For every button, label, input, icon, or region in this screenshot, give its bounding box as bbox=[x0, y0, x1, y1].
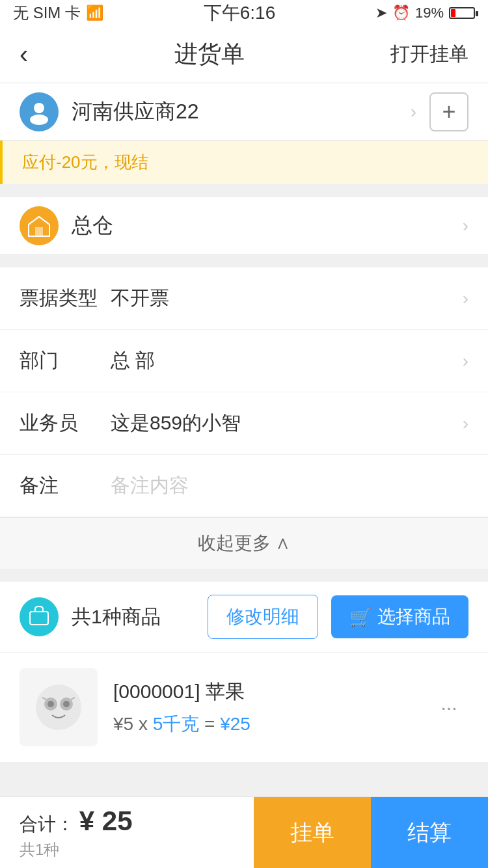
add-button[interactable]: + bbox=[429, 92, 468, 131]
equals: = bbox=[204, 714, 220, 734]
total-count: 共1种 bbox=[20, 839, 234, 860]
status-bar: 无 SIM 卡 📶 下午6:16 ➤ ⏰ 19% bbox=[0, 0, 488, 26]
invoice-row[interactable]: 票据类型 不开票 › bbox=[0, 267, 488, 330]
sales-row[interactable]: 业务员 这是859的小智 › bbox=[0, 392, 488, 455]
total-price: ¥25 bbox=[220, 714, 251, 734]
checkout-button[interactable]: 结算 bbox=[371, 797, 488, 869]
product-item: [0000001] 苹果 ¥5 x 5千克 = ¥25 ··· bbox=[0, 653, 488, 763]
supplier-section: 河南供应商22 › + 应付-20元，现结 bbox=[0, 83, 488, 184]
svg-point-8 bbox=[63, 701, 70, 707]
warehouse-name: 总仓 bbox=[72, 211, 463, 240]
battery-percent: 19% bbox=[415, 5, 444, 21]
remark-input[interactable]: 备注内容 bbox=[111, 472, 468, 499]
product-count: 共1种商品 bbox=[72, 604, 208, 631]
quantity: 5千克 bbox=[153, 714, 200, 734]
invoice-value: 不开票 bbox=[111, 285, 463, 312]
svg-point-7 bbox=[47, 701, 54, 707]
open-pending-button[interactable]: 打开挂单 bbox=[390, 41, 468, 68]
supplier-row[interactable]: 河南供应商22 › + bbox=[0, 83, 488, 141]
wifi-icon: 📶 bbox=[86, 5, 103, 21]
notice-text: 应付-20元，现结 bbox=[22, 152, 148, 172]
time-label: 下午6:16 bbox=[204, 1, 276, 25]
svg-rect-2 bbox=[35, 227, 43, 236]
bottom-bar: 合计： ¥ 25 共1种 挂单 结算 bbox=[0, 796, 488, 868]
unit-price: ¥5 x bbox=[113, 714, 153, 734]
product-header: 共1种商品 修改明细 🛒 选择商品 bbox=[0, 582, 488, 653]
main-content: 河南供应商22 › + 应付-20元，现结 总仓 › 票据类型 bbox=[0, 83, 488, 847]
warehouse-chevron-icon: › bbox=[463, 215, 468, 236]
svg-point-4 bbox=[36, 685, 81, 730]
product-thumbnail bbox=[20, 668, 98, 746]
invoice-label: 票据类型 bbox=[20, 285, 111, 312]
collapse-row[interactable]: 收起更多 ∧ bbox=[0, 517, 488, 569]
product-image bbox=[33, 681, 85, 733]
dept-chevron-icon: › bbox=[463, 351, 468, 372]
location-icon: ➤ bbox=[375, 5, 387, 21]
remark-label: 备注 bbox=[20, 472, 111, 499]
remark-row[interactable]: 备注 备注内容 bbox=[0, 455, 488, 517]
sales-label: 业务员 bbox=[20, 410, 111, 437]
back-button[interactable]: ‹ bbox=[20, 40, 28, 69]
product-section: 共1种商品 修改明细 🛒 选择商品 bbox=[0, 582, 488, 763]
supplier-name: 河南供应商22 bbox=[72, 98, 411, 126]
dept-value: 总 部 bbox=[111, 347, 463, 374]
product-icon bbox=[20, 597, 59, 636]
hang-order-button[interactable]: 挂单 bbox=[254, 797, 371, 869]
house-icon bbox=[27, 214, 51, 237]
svg-point-0 bbox=[34, 103, 44, 113]
carrier-label: 无 SIM 卡 bbox=[13, 3, 81, 23]
cart-icon bbox=[27, 605, 51, 629]
product-title: 苹果 bbox=[206, 681, 245, 702]
warehouse-row[interactable]: 总仓 › bbox=[0, 197, 488, 254]
supplier-avatar bbox=[20, 92, 59, 131]
total-row: 合计： ¥ 25 bbox=[20, 806, 234, 837]
product-info: [0000001] 苹果 ¥5 x 5千克 = ¥25 bbox=[113, 679, 429, 737]
sales-value: 这是859的小智 bbox=[111, 410, 463, 437]
warehouse-icon bbox=[20, 206, 59, 245]
select-product-label: 选择商品 bbox=[377, 604, 450, 629]
supplier-chevron-icon: › bbox=[411, 102, 416, 122]
status-right: ➤ ⏰ 19% bbox=[375, 5, 475, 21]
invoice-chevron-icon: › bbox=[463, 288, 468, 309]
collapse-label: 收起更多 ∧ bbox=[198, 533, 291, 553]
svg-point-1 bbox=[30, 115, 48, 125]
person-icon bbox=[26, 99, 52, 125]
product-name: [0000001] 苹果 bbox=[113, 679, 429, 705]
cart-add-icon: 🛒 bbox=[349, 606, 372, 628]
sales-chevron-icon: › bbox=[463, 413, 468, 434]
edit-detail-button[interactable]: 修改明细 bbox=[208, 595, 318, 639]
warehouse-section: 总仓 › bbox=[0, 197, 488, 254]
form-section: 票据类型 不开票 › 部门 总 部 › 业务员 这是859的小智 › 备注 备注… bbox=[0, 267, 488, 569]
select-product-button[interactable]: 🛒 选择商品 bbox=[331, 595, 468, 638]
product-price: ¥5 x 5千克 = ¥25 bbox=[113, 712, 429, 737]
total-amount: ¥ 25 bbox=[79, 806, 133, 836]
nav-bar: ‹ 进货单 打开挂单 bbox=[0, 26, 488, 83]
page-title: 进货单 bbox=[174, 38, 245, 70]
total-section: 合计： ¥ 25 共1种 bbox=[0, 806, 254, 860]
total-label: 合计： bbox=[20, 814, 74, 834]
battery-icon bbox=[449, 7, 475, 19]
dept-row[interactable]: 部门 总 部 › bbox=[0, 330, 488, 392]
svg-rect-3 bbox=[30, 612, 48, 625]
more-button[interactable]: ··· bbox=[429, 694, 468, 720]
notice-bar: 应付-20元，现结 bbox=[0, 141, 488, 184]
status-left: 无 SIM 卡 📶 bbox=[13, 3, 103, 23]
alarm-icon: ⏰ bbox=[392, 5, 410, 21]
dept-label: 部门 bbox=[20, 347, 111, 374]
product-code: [0000001] bbox=[113, 681, 206, 702]
